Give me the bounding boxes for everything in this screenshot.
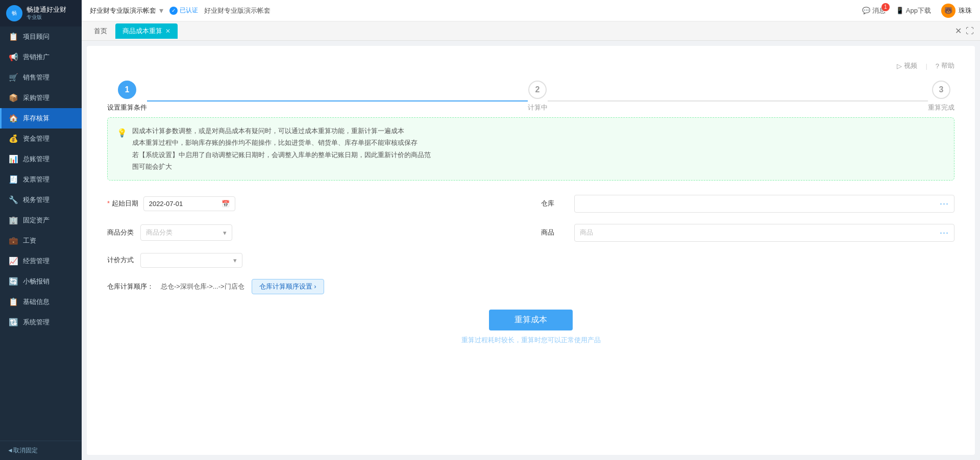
topbar-right: 💬 消息 1 📱 App下载 🐻 珠珠: [862, 4, 972, 18]
submit-area: 重算成本 重算过程耗时较长，重算时您可以正常使用产品: [107, 310, 954, 345]
app-name: 畅捷通好业财: [27, 6, 66, 14]
step-2-label: 计算中: [528, 103, 548, 112]
management-icon: 📈: [9, 257, 18, 266]
category-placeholder: 商品分类: [146, 228, 173, 237]
info-content: 因成本计算参数调整，或是对商品成本有疑问时，可以通过成本重算功能，重新计算一遍成…: [132, 125, 431, 173]
avatar: 🐻: [941, 4, 955, 18]
sidebar-item-expense[interactable]: 🔄 小畅报销: [0, 271, 82, 292]
start-date-group: 起始日期 2022-07-01 📅: [107, 196, 521, 211]
sidebar-item-project[interactable]: 📋 项目顾问: [0, 27, 82, 47]
pricing-select[interactable]: ▾: [140, 253, 242, 268]
tax-icon: 🔧: [9, 195, 18, 205]
tab-cost-recalc[interactable]: 商品成本重算 ✕: [115, 23, 178, 39]
account-name: 好业财专业版演示帐套: [204, 6, 271, 15]
sidebar-footer[interactable]: ◄取消固定: [0, 441, 82, 460]
expense-icon: 🔄: [9, 277, 18, 286]
sidebar: 畅 畅捷通好业财 专业版 📋 项目顾问 📢 营销推广 🛒 销售管理 📦 采购管理…: [0, 0, 82, 460]
sidebar-logo: 畅: [6, 5, 22, 21]
salary-icon: 💼: [9, 236, 18, 245]
sidebar-header: 畅 畅捷通好业财 专业版: [0, 0, 82, 27]
inventory-icon: 🏠: [9, 114, 18, 123]
warehouse-order-row: 仓库计算顺序： 总仓->深圳仓库->...->门店仓 仓库计算顺序设置 ›: [107, 279, 954, 294]
finance-icon: 💰: [9, 134, 18, 143]
info-line-3: 若【系统设置】中启用了自动调整记账日期时，会调整入库单的整单记账日期，因此重新计…: [132, 149, 431, 161]
video-link[interactable]: ▷ 视频: [897, 61, 917, 70]
start-date-input[interactable]: 2022-07-01 📅: [143, 196, 235, 211]
account-selector[interactable]: 好业财专业版演示帐套 ▾: [90, 6, 163, 15]
project-icon: 📋: [9, 32, 18, 41]
purchase-icon: 📦: [9, 93, 18, 103]
user-menu[interactable]: 🐻 珠珠: [941, 4, 972, 18]
sidebar-item-marketing[interactable]: 📢 营销推广: [0, 47, 82, 67]
sidebar-item-tax[interactable]: 🔧 税务管理: [0, 190, 82, 210]
sidebar-item-label-salary: 工资: [23, 236, 36, 245]
goods-dots-icon[interactable]: ···: [940, 227, 949, 238]
form-row-1: 起始日期 2022-07-01 📅 仓库 ···: [107, 195, 954, 213]
step-1: 1 设置重算条件: [107, 81, 147, 112]
basic-icon: 📋: [9, 297, 18, 306]
goods-group: 商品 商品 ···: [541, 224, 954, 242]
sidebar-item-inventory[interactable]: 🏠 库存核算: [0, 108, 82, 129]
content-area: ▷ 视频 | ? 帮助 1 设置重算条件 2 计算中 3 重算完成 💡: [87, 46, 975, 455]
sidebar-item-label-system: 系统管理: [23, 318, 50, 327]
sidebar-item-sales[interactable]: 🛒 销售管理: [0, 67, 82, 88]
topbar: 好业财专业版演示帐套 ▾ ✓ 已认证 好业财专业版演示帐套 💬 消息 1 📱 A…: [82, 0, 980, 21]
expand-window-button[interactable]: ⛶: [966, 27, 974, 35]
step-line-1: [147, 100, 528, 101]
sidebar-item-assets[interactable]: 🏢 固定资产: [0, 210, 82, 231]
info-line-4: 围可能会扩大: [132, 161, 431, 172]
stepper: 1 设置重算条件 2 计算中 3 重算完成: [107, 81, 954, 112]
sidebar-nav: 📋 项目顾问 📢 营销推广 🛒 销售管理 📦 采购管理 🏠 库存核算 💰 资金管…: [0, 27, 82, 441]
step-3: 3 重算完成: [928, 81, 954, 112]
info-icon: 💡: [117, 126, 127, 173]
user-name: 珠珠: [959, 6, 972, 15]
pricing-group: 计价方式 ▾: [107, 253, 521, 268]
system-icon: 🔃: [9, 318, 18, 327]
tab-close-icon[interactable]: ✕: [165, 28, 170, 34]
step-2-circle: 2: [528, 81, 547, 99]
sidebar-item-label-basic: 基础信息: [23, 297, 50, 306]
category-select[interactable]: 商品分类 ▾: [140, 224, 232, 241]
sidebar-item-salary[interactable]: 💼 工资: [0, 231, 82, 251]
step-3-circle: 3: [932, 81, 950, 99]
tab-home[interactable]: 首页: [87, 23, 114, 39]
info-box: 💡 因成本计算参数调整，或是对商品成本有疑问时，可以通过成本重算功能，重新计算一…: [107, 117, 954, 181]
invoice-icon: 🧾: [9, 175, 18, 184]
sidebar-item-label-expense: 小畅报销: [23, 277, 50, 286]
sidebar-item-label-sales: 销售管理: [23, 73, 50, 82]
sidebar-item-label-invoice: 发票管理: [23, 175, 50, 184]
sidebar-item-finance[interactable]: 💰 资金管理: [0, 129, 82, 149]
sidebar-item-purchase[interactable]: 📦 采购管理: [0, 88, 82, 108]
sidebar-item-accounting[interactable]: 📊 总账管理: [0, 149, 82, 169]
main-area: 好业财专业版演示帐套 ▾ ✓ 已认证 好业财专业版演示帐套 💬 消息 1 📱 A…: [82, 0, 980, 460]
sidebar-item-basic[interactable]: 📋 基础信息: [0, 292, 82, 312]
warehouse-order-settings-button[interactable]: 仓库计算顺序设置 ›: [252, 279, 324, 294]
assets-icon: 🏢: [9, 216, 18, 225]
app-download-button[interactable]: 📱 App下载: [896, 6, 931, 15]
sidebar-item-label-finance: 资金管理: [23, 134, 50, 143]
goods-input[interactable]: 商品 ···: [574, 224, 954, 242]
tab-home-label: 首页: [94, 27, 107, 36]
tabsbar-actions: ✕ ⛶: [955, 27, 980, 35]
message-badge: 1: [881, 3, 890, 11]
form-row-2: 商品分类 商品分类 ▾ 商品 商品 ···: [107, 224, 954, 242]
calendar-icon[interactable]: 📅: [222, 200, 230, 208]
close-window-button[interactable]: ✕: [955, 27, 962, 35]
tab-cost-recalc-label: 商品成本重算: [122, 27, 162, 36]
sidebar-item-management[interactable]: 📈 经营管理: [0, 251, 82, 271]
warehouse-dots-icon[interactable]: ···: [940, 198, 949, 209]
pricing-label: 计价方式: [107, 255, 135, 265]
warehouse-input[interactable]: ···: [574, 195, 954, 213]
help-link[interactable]: ? 帮助: [936, 61, 954, 70]
messages-button[interactable]: 💬 消息 1: [862, 6, 886, 15]
account-dropdown-icon[interactable]: ▾: [159, 6, 163, 15]
sales-icon: 🛒: [9, 73, 18, 82]
sidebar-item-system[interactable]: 🔃 系统管理: [0, 312, 82, 333]
category-group: 商品分类 商品分类 ▾: [107, 224, 521, 241]
recalculate-button[interactable]: 重算成本: [489, 310, 573, 330]
sidebar-item-invoice[interactable]: 🧾 发票管理: [0, 169, 82, 190]
tabsbar: 首页 商品成本重算 ✕ ✕ ⛶: [82, 21, 980, 41]
warehouse-order-value: 总仓->深圳仓库->...->门店仓: [161, 282, 244, 291]
form-row-3: 计价方式 ▾: [107, 253, 954, 268]
sidebar-item-label-tax: 税务管理: [23, 195, 50, 205]
